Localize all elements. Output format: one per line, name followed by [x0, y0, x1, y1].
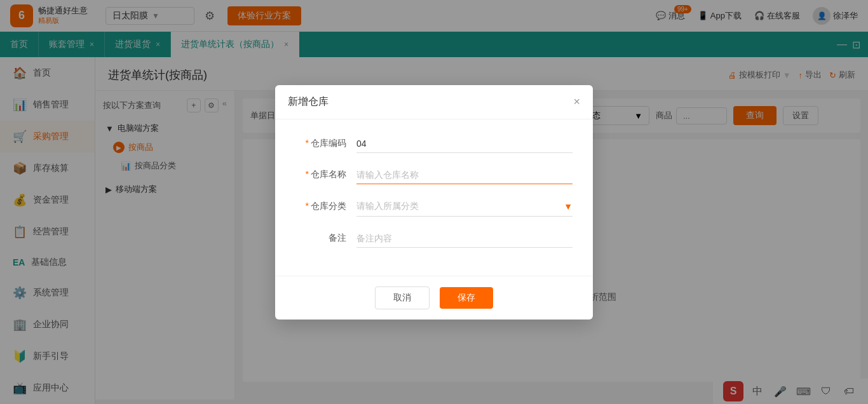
warehouse-category-label: 仓库分类	[295, 201, 346, 212]
modal-header: 新增仓库 ×	[275, 85, 593, 119]
warehouse-code-label: 仓库编码	[295, 138, 346, 149]
cancel-button[interactable]: 取消	[375, 286, 430, 309]
warehouse-category-arrow: ▼	[564, 201, 573, 212]
warehouse-name-row: 仓库名称	[295, 166, 573, 184]
warehouse-category-text: 请输入所属分类	[356, 201, 564, 212]
warehouse-code-row: 仓库编码	[295, 135, 573, 153]
warehouse-name-label: 仓库名称	[295, 169, 346, 180]
modal-body: 仓库编码 仓库名称 仓库分类 请输入所属分类 ▼ 备注	[275, 119, 593, 276]
add-warehouse-modal: 新增仓库 × 仓库编码 仓库名称 仓库分类 请输入所属分类 ▼ 备注	[275, 85, 593, 320]
warehouse-code-input[interactable]	[356, 135, 573, 153]
modal-close-button[interactable]: ×	[573, 95, 580, 109]
modal-footer: 取消 保存	[275, 276, 593, 320]
warehouse-category-select[interactable]: 请输入所属分类 ▼	[356, 197, 573, 217]
save-button[interactable]: 保存	[440, 287, 493, 309]
warehouse-remark-input[interactable]	[356, 229, 573, 248]
warehouse-category-row: 仓库分类 请输入所属分类 ▼	[295, 197, 573, 217]
modal-title: 新增仓库	[288, 95, 329, 109]
warehouse-name-input[interactable]	[356, 166, 573, 184]
warehouse-remark-row: 备注	[295, 229, 573, 248]
warehouse-remark-label: 备注	[295, 232, 346, 244]
modal-overlay: 新增仓库 × 仓库编码 仓库名称 仓库分类 请输入所属分类 ▼ 备注	[0, 0, 868, 404]
